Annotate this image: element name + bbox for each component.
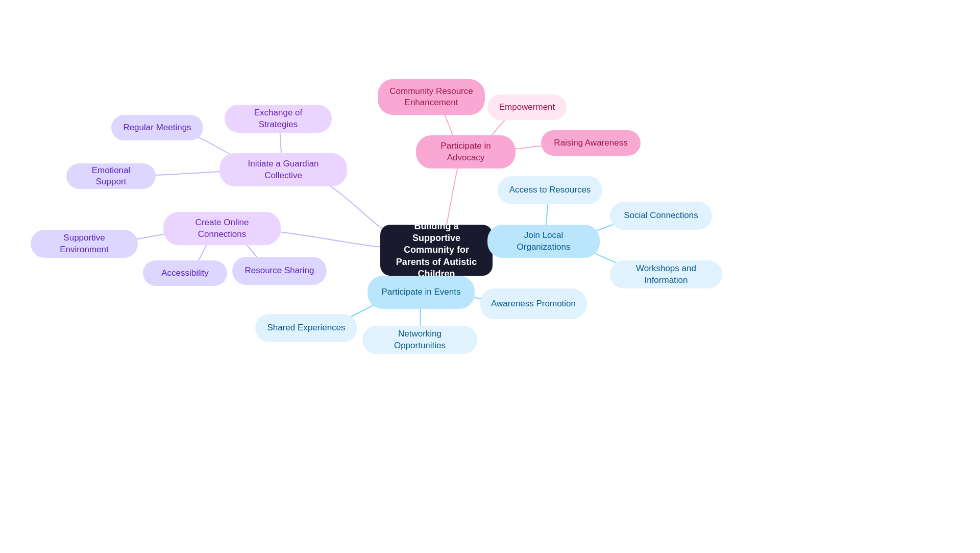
resource-sharing-node: Resource Sharing xyxy=(232,257,327,285)
raising-awareness-node: Raising Awareness xyxy=(541,130,641,156)
social-connections-node: Social Connections xyxy=(610,202,712,230)
participate-advocacy-node: Participate in Advocacy xyxy=(416,135,516,169)
workshops-info-node: Workshops and Information xyxy=(610,260,722,288)
awareness-promo-node: Awareness Promotion xyxy=(480,288,587,319)
regular-meetings-node: Regular Meetings xyxy=(111,115,203,140)
participate-events-node: Participate in Events xyxy=(368,276,475,309)
empowerment-node: Empowerment xyxy=(487,94,567,120)
exchange-strategies-node: Exchange of Strategies xyxy=(225,105,332,133)
networking-node: Networking Opportunities xyxy=(362,326,477,354)
center-node: Building a Supportive Community for Pare… xyxy=(380,225,493,276)
accessibility-node: Accessibility xyxy=(143,260,227,286)
access-resources-node: Access to Resources xyxy=(498,176,602,204)
shared-experiences-node: Shared Experiences xyxy=(255,314,357,342)
create-online-node: Create Online Connections xyxy=(163,212,281,245)
supportive-env-node: Supportive Environment xyxy=(31,230,138,258)
initiate-guardian-node: Initiate a Guardian Collective xyxy=(219,153,347,186)
join-local-node: Join Local Organizations xyxy=(487,225,600,258)
emotional-support-node: Emotional Support xyxy=(66,163,156,189)
community-resource-node: Community Resource Enhancement xyxy=(378,79,485,115)
